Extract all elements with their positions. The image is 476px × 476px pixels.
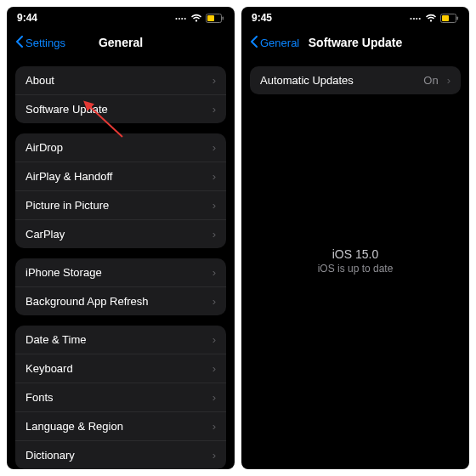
row-label: Language & Region [26,420,123,433]
row-label: Dictionary [26,449,75,462]
chevron-right-icon: › [212,199,216,212]
chevron-right-icon: › [212,141,216,154]
list-row[interactable]: Fonts› [15,382,226,411]
row-label: Background App Refresh [26,295,149,308]
chevron-right-icon: › [212,170,216,183]
clock: 9:45 [252,12,272,24]
list-group: AirDrop›AirPlay & Handoff›Picture in Pic… [15,133,226,248]
row-automatic-updates[interactable]: Automatic Updates On › [250,66,461,94]
svg-rect-2 [223,16,224,20]
chevron-right-icon: › [212,449,216,462]
battery-icon [206,14,224,23]
status-bar: 9:44 •••• [7,7,235,29]
chevron-right-icon: › [212,391,216,404]
list-row[interactable]: AirDrop› [15,133,226,162]
phone-left: 9:44 •••• Settings General About›Softwar… [7,7,235,469]
content: About›Software Update›AirDrop›AirPlay & … [7,56,235,469]
list-row[interactable]: Language & Region› [15,411,226,440]
phone-right: 9:45 •••• General Software Update Automa… [241,7,469,469]
chevron-right-icon: › [212,333,216,346]
page-title: Software Update [309,36,402,49]
status-bar: 9:45 •••• [241,7,469,29]
chevron-left-icon [250,36,258,50]
list-row[interactable]: Keyboard› [15,354,226,382]
list-row[interactable]: iPhone Storage› [15,258,226,286]
list-group: Date & Time›Keyboard›Fonts›Language & Re… [15,326,226,469]
row-label: Keyboard [26,362,73,375]
wifi-icon [190,14,202,22]
chevron-right-icon: › [212,362,216,375]
chevron-right-icon: › [212,266,216,279]
update-status: iOS is up to date [318,263,394,275]
wifi-icon [425,14,437,22]
row-label: iPhone Storage [26,266,102,279]
back-button[interactable]: General [250,36,299,50]
chevron-left-icon [15,36,24,50]
list-group: iPhone Storage›Background App Refresh› [15,258,226,315]
chevron-right-icon: › [447,74,450,87]
chevron-right-icon: › [212,228,216,241]
battery-icon [440,14,459,23]
row-label: AirDrop [26,141,63,154]
row-label: Fonts [26,391,54,404]
list-group: Automatic Updates On › [250,66,461,94]
chevron-right-icon: › [212,295,216,308]
status-message: iOS 15.0 iOS is up to date [241,247,469,275]
svg-rect-1 [207,15,214,21]
clock: 9:44 [17,12,37,24]
row-label: Automatic Updates [260,74,354,87]
chevron-right-icon: › [212,103,216,116]
row-label: About [26,74,54,87]
row-label: Picture in Picture [26,199,109,212]
row-label: CarPlay [26,228,65,241]
list-row[interactable]: CarPlay› [15,219,226,248]
list-row[interactable]: Dictionary› [15,440,226,469]
chevron-right-icon: › [212,74,216,87]
list-row[interactable]: About› [15,66,226,94]
svg-rect-5 [442,15,449,21]
list-row[interactable]: Picture in Picture› [15,190,226,219]
nav-bar: Settings General [7,29,235,56]
row-value: On [423,74,438,87]
back-label: General [260,37,299,49]
list-group: About›Software Update› [15,66,226,123]
row-label: AirPlay & Handoff [26,170,112,183]
list-row[interactable]: Background App Refresh› [15,286,226,315]
list-row[interactable]: Date & Time› [15,326,226,354]
back-label: Settings [26,37,65,49]
back-button[interactable]: Settings [15,36,65,50]
cellular-icon: •••• [175,15,187,21]
row-label: Software Update [26,103,108,116]
row-label: Date & Time [26,333,87,346]
ios-version: iOS 15.0 [241,247,469,261]
chevron-right-icon: › [212,420,216,433]
list-row[interactable]: Software Update› [15,94,226,123]
cellular-icon: •••• [410,15,422,21]
svg-rect-6 [457,16,459,20]
page-title: General [99,36,143,49]
list-row[interactable]: AirPlay & Handoff› [15,162,226,190]
nav-bar: General Software Update [241,29,469,56]
